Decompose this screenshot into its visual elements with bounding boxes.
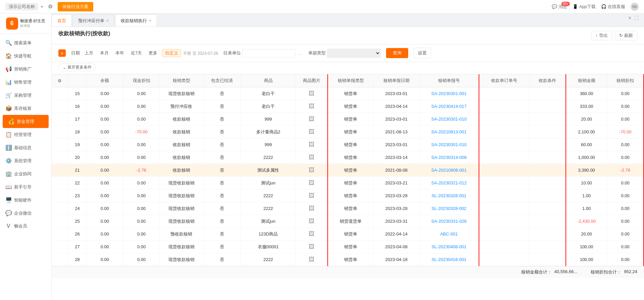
settings-gear-icon[interactable]: ⚙ [46, 2, 55, 11]
bill-report-link[interactable]: ABC-001 [440, 231, 458, 237]
sidebar-item-wechat[interactable]: 💬企业微信 [0, 207, 51, 220]
cell-bill_report_date: 2023-03-01 [374, 87, 420, 100]
cell-bill_report_no: SA-20230301-010 [419, 113, 479, 126]
sidebar: 6 畅捷通·好生意 标准版 🔍搜索菜单🏠快捷导航📢营销推广📊销售管理🛒采购管理📦… [0, 13, 52, 300]
cell-bill_report_type: 销货退货单 [328, 215, 374, 228]
sidebar-icon-wechat: 💬 [5, 210, 11, 216]
cell-bill_report_type: 销货单 [328, 126, 374, 138]
chevron-down-expand-icon: ⌄ [63, 65, 66, 70]
col-header-included_cleared: 包含已结清 [203, 74, 241, 87]
settings-btn[interactable]: 设置 [414, 48, 431, 58]
top-bar-left: 演示公司名称 ▾ ⚙ 休验行业方案 [5, 2, 548, 11]
bill-type-select[interactable] [327, 49, 381, 58]
expand-more-btn[interactable]: ⌄ 展开更多条件 [58, 63, 96, 71]
sidebar-item-vip[interactable]: V畅会员 [0, 220, 51, 232]
close-tab-collection-tab[interactable]: × [149, 18, 151, 23]
sidebar-item-finance[interactable]: 💰资金管理 [3, 115, 49, 128]
cell-bill_report_type: 销货单 [328, 151, 374, 164]
cell-collection_cond [529, 189, 566, 202]
query-btn[interactable]: 查询 [386, 48, 408, 58]
date-option-本年[interactable]: 本年 [113, 49, 127, 57]
total-amount-label: 核销金额合计： [521, 269, 552, 275]
filter-expand-btn[interactable]: » [58, 49, 66, 57]
bill-report-link[interactable]: SL-20230328-001 [432, 193, 467, 198]
bill-report-link[interactable]: SA-20230321-012 [431, 180, 467, 185]
bill-report-link[interactable]: SA-20230301-010 [431, 117, 467, 122]
sidebar-item-operations[interactable]: 📋经营管理 [0, 128, 51, 141]
cell-balance: 0.00 [87, 87, 123, 100]
cell-bill_report_date: 2023-04-08 [374, 241, 420, 253]
sidebar-item-system[interactable]: ⚙️系统管理 [0, 154, 51, 167]
online-service-btn[interactable]: 🎧 在线客服 [601, 4, 625, 10]
maximize-icon[interactable]: ⛶ [634, 15, 639, 20]
cell-seq: 15 [68, 87, 87, 100]
chevron-down-icon[interactable]: ▾ [41, 4, 43, 9]
sidebar-item-search-menu[interactable]: 🔍搜索菜单 [0, 36, 51, 49]
close-tab-prepay-tab[interactable]: × [106, 18, 109, 23]
sidebar-item-marketing[interactable]: 📢营销推广 [0, 62, 51, 76]
bill-report-link[interactable]: SA-20230314-008 [431, 155, 467, 160]
bill-report-link[interactable]: SA-20230331-026 [431, 219, 467, 224]
tab-prepay-tab[interactable]: 预付冲应付单× [72, 14, 114, 27]
sidebar-item-hardware[interactable]: 🖥️智能硬件 [0, 194, 51, 207]
cell-bill_report_no: SA-20230301-001 [419, 87, 479, 100]
sidebar-item-basic-info[interactable]: ℹ️基础信息 [0, 141, 51, 154]
export-btn[interactable]: ↑ 导出 [591, 31, 612, 40]
messages-btn[interactable]: 💬 消息 99+ [552, 4, 567, 10]
cell-settings [52, 177, 68, 189]
cell-goods_img: 🖼 [296, 113, 328, 126]
cell-settings [52, 189, 68, 202]
cell-writeoff_type: 收款核销 [160, 151, 203, 164]
cell-seq: 27 [68, 241, 87, 253]
sidebar-item-sales[interactable]: 📊销售管理 [0, 76, 51, 89]
refresh-btn[interactable]: ↻ 刷新 [615, 31, 637, 40]
counterparty-input[interactable] [242, 49, 296, 57]
cell-goods_img: 🖼 [296, 253, 328, 266]
bill-report-link[interactable]: SA-20230301-010 [431, 142, 467, 147]
tab-label-collection-tab: 收款核销执行 [121, 18, 147, 24]
sidebar-item-purchase[interactable]: 🛒采购管理 [0, 89, 51, 102]
cell-seq: 28 [68, 253, 87, 266]
cell-settings [52, 87, 68, 100]
close-window-icon[interactable]: ✕ [628, 15, 632, 20]
cell-included_cleared: 否 [203, 228, 241, 241]
table-row: 160.000.00预付冲应收否老白干🖼销货单2023-04-14SA-2023… [52, 100, 644, 113]
cell-seq: 21 [68, 164, 87, 177]
cell-goods: 2222 [241, 189, 296, 202]
sidebar-item-quick-nav[interactable]: 🏠快捷导航 [0, 49, 51, 62]
sidebar-item-inventory[interactable]: 📦库存核算 [0, 102, 51, 115]
goods-image-icon: 🖼 [309, 256, 315, 263]
date-option-上月[interactable]: 上月 [82, 49, 96, 57]
industry-btn[interactable]: 休验行业方案 [58, 2, 93, 11]
date-option-近7天[interactable]: 近7天 [128, 49, 145, 57]
date-option-更多[interactable]: 更多 [146, 49, 160, 57]
cell-settings [52, 113, 68, 126]
bill-report-link[interactable]: SA-20210808-001 [431, 168, 467, 173]
bill-report-link[interactable]: SA-20230301-001 [431, 91, 467, 96]
cell-bill_report_date: 2021-08-08 [374, 164, 420, 177]
date-option-本月[interactable]: 本月 [97, 49, 111, 57]
sidebar-item-guide[interactable]: 📖新手引导 [0, 180, 51, 194]
cell-collection_order_no [479, 87, 529, 100]
company-name[interactable]: 演示公司名称 [5, 3, 38, 10]
bill-report-link[interactable]: SL-20230408-001 [432, 244, 467, 249]
app-download-btn[interactable]: 📱 App下载 [573, 4, 596, 10]
bill-report-link[interactable]: SA-20230414-017 [431, 104, 467, 109]
tab-collection-tab[interactable]: 收款核销执行× [115, 14, 157, 27]
custom-date-btn[interactable]: 自定义 [162, 49, 181, 57]
cell-writeoff_amount: 100.00 [566, 241, 607, 253]
cell-bill_report_date: 2023-04-18 [374, 253, 420, 266]
col-header-cash_discount: 现金折扣 [123, 74, 160, 87]
bill-report-link[interactable]: SA-20210813-001 [431, 129, 467, 134]
cell-settings [52, 164, 68, 177]
cell-cash_discount: 0.00 [123, 215, 160, 228]
user-avatar[interactable]: Rit [631, 3, 639, 11]
cell-seq: 17 [68, 113, 87, 126]
goods-image-icon: 🖼 [309, 205, 315, 212]
cell-writeoff_amount: 1.00 [566, 189, 607, 202]
bill-report-link[interactable]: SL-20230328-002 [432, 206, 467, 211]
tab-home[interactable]: 首页 [52, 14, 72, 27]
table-settings-icon[interactable]: ⚙ [58, 78, 62, 83]
bill-report-link[interactable]: SL-20230418-001 [432, 257, 467, 262]
sidebar-item-enterprise[interactable]: 🏢企业协同 [0, 167, 51, 180]
